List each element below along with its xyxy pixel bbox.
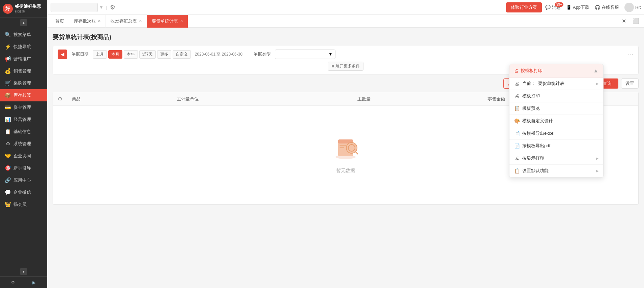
display-print-arrow: ▶: [596, 156, 598, 161]
settings-button[interactable]: 设置: [621, 78, 639, 89]
industry-solution-button[interactable]: 体验行业方案: [506, 2, 542, 12]
sidebar-item-finance[interactable]: 💳 资金管理: [0, 101, 47, 114]
dropdown-display-print-section[interactable]: 🖨 按显示打印 ▶: [509, 152, 603, 165]
close-inventory-batch-tab[interactable]: ✕: [98, 19, 101, 23]
sidebar: 好 畅捷通好生意 标准版 ▲ 🔍 搜索菜单 ⚡ 快捷导航 📢 营销推广 💰 销售…: [0, 0, 47, 288]
close-receipt-summary-tab[interactable]: ✕: [139, 19, 142, 23]
settings-bottom-button[interactable]: ⚙: [11, 280, 15, 285]
sidebar-item-operation[interactable]: 📊 经营管理: [0, 114, 47, 126]
col-unit-header: 主计量单位: [172, 92, 353, 106]
current-month-button[interactable]: 本月: [108, 50, 122, 59]
expand-more-conditions-button[interactable]: ≡ 展开更多条件: [328, 62, 363, 71]
topbar-dropdown-icon[interactable]: ▼: [99, 5, 104, 10]
tab-receipt-summary[interactable]: 收发存汇总表 ✕: [106, 15, 147, 28]
sidebar-item-basic[interactable]: 📋 基础信息: [0, 126, 47, 138]
topbar-divider: |: [106, 5, 107, 10]
last7-button[interactable]: 近7天: [139, 50, 156, 59]
dropdown-header-left: 🖨 按模板打印: [514, 68, 543, 74]
dropdown-template-design-item[interactable]: 🎨 模板自定义设计: [509, 115, 603, 127]
tabbar: 首页 库存批次账 ✕ 收发存汇总表 ✕ 要货单统计表 ✕ ✕ ⬜: [47, 15, 644, 28]
messages-icon: 💬: [545, 5, 551, 10]
sound-bottom-button[interactable]: 🔈: [31, 280, 36, 285]
topbar-settings-icon[interactable]: ⚙: [110, 4, 115, 11]
page-title: 要货单统计表(按商品): [53, 33, 639, 41]
sidebar-item-system[interactable]: ⚙ 系统管理: [0, 138, 47, 150]
dropdown-template-preview-item[interactable]: 📋 模板预览: [509, 102, 603, 115]
template-print-item-icon: 🖨: [514, 93, 520, 99]
sidebar-item-inventory[interactable]: 📦 库存核算: [0, 89, 47, 101]
guide-nav-icon: 🎯: [5, 165, 11, 171]
sidebar-scroll-up: ▲: [0, 18, 47, 27]
user-avatar: [624, 3, 634, 12]
app-logo-text: 畅捷通好生意 标准版: [15, 3, 41, 14]
settings-bottom-icon: ⚙: [11, 280, 15, 285]
sidebar-item-shortcut[interactable]: ⚡ 快捷导航: [0, 41, 47, 53]
topbar-search-input[interactable]: [51, 3, 98, 12]
system-nav-icon: ⚙: [5, 141, 11, 147]
more-date-button[interactable]: 更多: [157, 50, 171, 59]
svg-rect-6: [340, 145, 346, 146]
sound-bottom-icon: 🔈: [31, 280, 36, 285]
sidebar-item-guide[interactable]: 🎯 新手引导: [0, 162, 47, 174]
topbar: ▼ | ⚙ 体验行业方案 💬 消息 99+ 📱 App下载 🎧 在线客服 Rit: [47, 0, 644, 15]
tab-close-all-button[interactable]: ✕: [619, 17, 628, 26]
printer-header-icon: 🖨: [514, 68, 519, 73]
scroll-up-button[interactable]: ▲: [20, 19, 27, 26]
dropdown-close-button[interactable]: ▲: [593, 68, 598, 74]
shortcut-nav-icon: ⚡: [5, 44, 11, 50]
close-requisition-stats-tab[interactable]: ✕: [180, 19, 183, 23]
dropdown-template-print-item[interactable]: 🖨 模板打印: [509, 90, 603, 102]
messages-badge: 99+: [555, 2, 563, 7]
sidebar-item-collab[interactable]: 🤝 企业协同: [0, 150, 47, 162]
dropdown-set-default-section[interactable]: 📋 设置默认功能 ▶: [509, 165, 603, 177]
app-logo-icon: 好: [3, 4, 13, 14]
dropdown-export-excel-item[interactable]: 📄 按模板导出excel: [509, 127, 603, 140]
sales-nav-icon: 💰: [5, 68, 11, 74]
dropdown-current-template[interactable]: 🖨 当前： 要货单统计表 ▶: [509, 77, 603, 90]
scroll-down-button[interactable]: ▼: [20, 268, 27, 275]
online-service-button[interactable]: 🎧 在线客服: [595, 4, 619, 10]
sidebar-item-sales[interactable]: 💰 销售管理: [0, 65, 47, 77]
filter-collapse-button[interactable]: ◀: [58, 50, 67, 59]
doc-type-filter-label: 单据类型: [253, 51, 271, 57]
phone-icon: 📱: [566, 5, 572, 10]
date-range-text: 2023-06-01 至 2023-06-30: [195, 52, 242, 57]
date-range-display: 2023-06-01 至 2023-06-30: [195, 52, 242, 57]
current-year-button[interactable]: 本年: [124, 50, 138, 59]
sidebar-item-wechat[interactable]: 💬 企业微信: [0, 186, 47, 198]
messages-button[interactable]: 💬 消息 99+: [545, 4, 561, 10]
prev-month-button[interactable]: 上月: [93, 50, 107, 59]
sidebar-item-search[interactable]: 🔍 搜索菜单: [0, 29, 47, 41]
sidebar-item-marketing[interactable]: 📢 营销推广: [0, 53, 47, 65]
inventory-nav-icon: 📦: [5, 92, 11, 98]
main-area: ▼ | ⚙ 体验行业方案 💬 消息 99+ 📱 App下载 🎧 在线客服 Rit: [47, 0, 644, 288]
empty-state-icon: [329, 129, 362, 163]
empty-state-text: 暂无数据: [336, 168, 355, 174]
member-nav-icon: 👑: [5, 201, 11, 207]
sidebar-item-purchase[interactable]: 🛒 采购管理: [0, 77, 47, 89]
custom-date-button[interactable]: 自定义: [173, 50, 191, 59]
sidebar-item-member[interactable]: 👑 畅会员: [0, 198, 47, 211]
col-settings-header: ⚙: [53, 92, 67, 106]
app-download-button[interactable]: 📱 App下载: [566, 4, 589, 10]
sidebar-item-appstore[interactable]: 🔗 应用中心: [0, 174, 47, 186]
appstore-nav-icon: 🔗: [5, 177, 11, 183]
purchase-nav-icon: 🛒: [5, 80, 11, 86]
template-preview-icon: 📋: [514, 106, 520, 111]
set-default-arrow: ▶: [596, 169, 598, 173]
dropdown-export-pdf-item[interactable]: 📄 按模板导出pdf: [509, 140, 603, 152]
column-settings-icon[interactable]: ⚙: [58, 96, 62, 102]
topbar-actions: 💬 消息 99+ 📱 App下载 🎧 在线客服 Rit: [545, 3, 641, 12]
current-label: 当前：: [522, 81, 535, 87]
set-default-icon: 📋: [514, 168, 520, 173]
template-print-dropdown: 🖨 按模板打印 ▲ 🖨 当前： 要货单统计表 ▶ 🖨 模板打印 📋 模板预览: [509, 64, 604, 178]
more-options-icon[interactable]: ···: [628, 51, 634, 58]
doc-type-select[interactable]: ▼: [275, 50, 335, 59]
tab-requisition-stats[interactable]: 要货单统计表 ✕: [147, 15, 188, 28]
tab-inventory-batch[interactable]: 库存批次账 ✕: [69, 15, 106, 28]
user-avatar-button[interactable]: Rit: [624, 3, 641, 12]
sidebar-bottom: ⚙ 🔈: [0, 276, 47, 288]
svg-rect-7: [340, 147, 344, 148]
tab-home[interactable]: 首页: [51, 15, 69, 28]
tab-maximize-button[interactable]: ⬜: [631, 17, 641, 26]
